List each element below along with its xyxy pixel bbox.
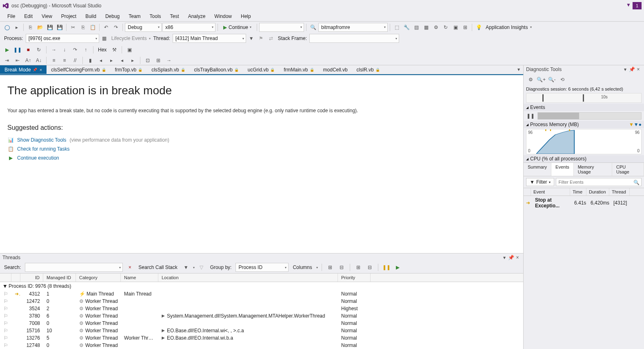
menu-view[interactable]: View: [38, 12, 56, 20]
show-diagnostic-tools-link[interactable]: Show Diagnostic Tools: [17, 137, 67, 143]
debug-tool-icon[interactable]: ⚒: [110, 45, 119, 54]
lifecycle-label[interactable]: Lifecycle Events: [110, 36, 149, 41]
flag-outline-icon[interactable]: ⚐: [4, 320, 8, 326]
filter-button[interactable]: ▼ Filter ▾: [526, 178, 554, 186]
diag-timeline[interactable]: 10s: [526, 93, 642, 103]
thread-row[interactable]: ⚐127480⚙Worker ThreadNormal: [0, 342, 523, 349]
collapse-groups-icon[interactable]: ⊟: [337, 263, 346, 272]
close-icon[interactable]: ×: [40, 67, 42, 72]
tab-file[interactable]: clsSplash.vb🔒: [147, 65, 189, 74]
menu-test[interactable]: Test: [166, 12, 183, 20]
tb-icon-1[interactable]: ⬚: [392, 23, 401, 32]
show-next-icon[interactable]: →: [49, 45, 58, 54]
events-section-header[interactable]: ◢Events: [524, 104, 644, 111]
menu-window[interactable]: Window: [210, 12, 236, 20]
te-icon-10[interactable]: ◂: [118, 56, 127, 65]
te-icon-7[interactable]: //: [71, 56, 80, 65]
te-icon-5[interactable]: ≡: [49, 56, 58, 65]
te-icon-2[interactable]: ⇤: [13, 56, 22, 65]
filter-funnel-clear-icon[interactable]: ▽: [197, 263, 206, 272]
tab-file[interactable]: ucGrid.vb🔒: [243, 65, 279, 74]
continue-button[interactable]: ▶ Continue ▾: [220, 23, 255, 32]
menu-build[interactable]: Build: [81, 12, 100, 20]
find-in-files-icon[interactable]: 🔍: [309, 23, 318, 32]
notification-badge[interactable]: 1: [633, 2, 642, 9]
lightbulb-icon[interactable]: 💡: [474, 23, 483, 32]
tb-icon-6[interactable]: ↻: [441, 23, 450, 32]
filter-icon[interactable]: ▼: [247, 34, 256, 43]
solution-platform-combo[interactable]: x86: [162, 23, 215, 32]
te-icon-12[interactable]: ⊡: [143, 56, 152, 65]
tab-file[interactable]: clslR.vb🔒: [352, 65, 384, 74]
te-icon-1[interactable]: ⇥: [2, 56, 11, 65]
lifecycle-icon[interactable]: ▦: [100, 34, 109, 43]
te-icon-8[interactable]: ◂: [96, 56, 105, 65]
te-icon-14[interactable]: →: [164, 56, 173, 65]
thread-group-row[interactable]: ⯆ Process ID: 9976 (8 threads): [0, 282, 523, 290]
menu-file[interactable]: File: [3, 12, 19, 20]
menu-edit[interactable]: Edit: [20, 12, 37, 20]
thread-row[interactable]: ⚐70080⚙Worker ThreadNormal: [0, 320, 523, 327]
te-icon-11[interactable]: ▸: [128, 56, 137, 65]
start-icon[interactable]: ▶: [2, 45, 11, 54]
open-file-icon[interactable]: 📂: [36, 23, 44, 32]
expand-icon[interactable]: ⯈: [162, 314, 165, 318]
search-icon[interactable]: 🔍: [633, 180, 640, 185]
flag-outline-icon[interactable]: ⚐: [4, 328, 8, 333]
tab-file[interactable]: frmMain.vb🔒: [279, 65, 318, 74]
tb-icon-4[interactable]: ▦: [422, 23, 431, 32]
tb-icon-8[interactable]: ⊞: [461, 23, 470, 32]
step-out-icon[interactable]: ↑: [81, 45, 90, 54]
check-tasks-link[interactable]: Check for running Tasks: [17, 146, 70, 152]
columns-button[interactable]: Columns: [291, 265, 313, 270]
tab-overflow-icon[interactable]: ▾: [514, 65, 523, 74]
redo-icon[interactable]: ↷: [111, 23, 120, 32]
te-icon-3[interactable]: A↑: [24, 56, 33, 65]
pin-icon[interactable]: 📌: [508, 254, 514, 261]
menu-tools[interactable]: Tools: [146, 12, 165, 20]
close-icon[interactable]: ×: [635, 66, 642, 73]
flag-outline-icon[interactable]: ⚐: [4, 313, 8, 319]
copy-icon[interactable]: ⎘: [78, 23, 87, 32]
reset-zoom-icon[interactable]: ⟲: [558, 75, 567, 84]
step-into-icon[interactable]: ↓: [60, 45, 69, 54]
save-all-icon[interactable]: 💾: [55, 23, 64, 32]
flag-icon[interactable]: ⚑: [257, 34, 266, 43]
menu-help[interactable]: Help: [237, 12, 255, 20]
tab-file[interactable]: clsTrayBalloon.vb🔒: [190, 65, 243, 74]
undo-icon[interactable]: ↶: [102, 23, 111, 32]
threads-search-input[interactable]: [25, 263, 123, 272]
stop-icon[interactable]: ■: [24, 45, 33, 54]
collapse-icon[interactable]: ⯆: [3, 284, 7, 288]
pin-icon[interactable]: 📌: [628, 66, 635, 73]
diag-tab-summary[interactable]: Summary: [524, 163, 551, 176]
cut-icon[interactable]: ✂: [69, 23, 78, 32]
continue-execution-link[interactable]: Continue execution: [17, 155, 59, 161]
pin-icon[interactable]: 📌: [33, 68, 37, 72]
clear-search-icon[interactable]: ×: [125, 263, 134, 272]
bookmark-icon[interactable]: ▮: [86, 56, 95, 65]
tb-icon-5[interactable]: ⚙: [431, 23, 440, 32]
threads-icon[interactable]: ⇄: [266, 34, 275, 43]
expand-groups-icon[interactable]: ⊞: [326, 263, 335, 272]
save-icon[interactable]: 💾: [45, 23, 54, 32]
app-insights-button[interactable]: Application Insights: [484, 24, 529, 30]
thread-row[interactable]: ⚐➜43121⚡Main ThreadMain ThreadNormal: [0, 290, 523, 298]
zoom-out-icon[interactable]: 🔍-: [547, 75, 556, 84]
window-pos-icon[interactable]: ▾: [501, 254, 508, 261]
thread-row[interactable]: ⚐1571610⚙Worker Thread⯈EO.Base.dll!EO.In…: [0, 327, 523, 334]
groupby-combo[interactable]: Process ID: [235, 263, 289, 272]
menu-project[interactable]: Project: [57, 12, 80, 20]
pause-icon[interactable]: ❚❚: [13, 45, 22, 54]
window-pos-icon[interactable]: ▾: [622, 66, 628, 73]
pause-events-icon[interactable]: ❚❚: [526, 111, 535, 120]
stack-frame-combo[interactable]: [309, 34, 399, 43]
hex-button[interactable]: Hex: [96, 47, 108, 53]
quicklaunch-dropdown-icon[interactable]: ▼: [626, 2, 631, 9]
expand-icon[interactable]: ⯈: [162, 336, 165, 340]
thread-row[interactable]: ⚐35242⚙Worker ThreadHighest: [0, 305, 523, 312]
filter-events-input[interactable]: 🔍: [556, 178, 642, 186]
thread-row[interactable]: ⚐132765⚙Worker ThreadWorker Thread⯈EO.Ba…: [0, 334, 523, 342]
solution-config-combo[interactable]: Debug: [125, 23, 162, 32]
te-icon-4[interactable]: A↓: [34, 56, 43, 65]
